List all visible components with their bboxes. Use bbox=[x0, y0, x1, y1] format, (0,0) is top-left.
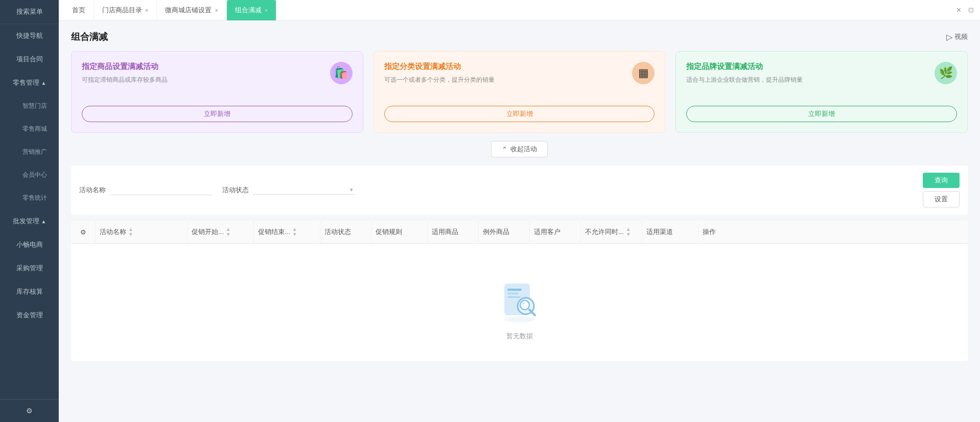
minimize-button[interactable]: ✕ bbox=[954, 6, 963, 14]
svg-point-8 bbox=[522, 302, 524, 305]
card-category: 指定分类设置满减活动 可选一个或者多个分类，提升分类的销量 ▦ 立即新增 bbox=[374, 51, 666, 133]
tab-close-icon[interactable]: × bbox=[145, 0, 148, 20]
filter-buttons: 查询 设置 bbox=[923, 173, 960, 207]
svg-rect-3 bbox=[507, 293, 519, 294]
activity-name-field: 活动名称 bbox=[79, 185, 212, 195]
th-name[interactable]: 活动名称▲▼ bbox=[96, 221, 188, 243]
cards-row: 指定商品设置满减活动 可指定滞销商品或库存较多商品 🛍️ 立即新增 指定分类设置… bbox=[71, 51, 968, 133]
collapse-label: 收起活动 bbox=[510, 145, 537, 154]
chevron-down-icon: ▾ bbox=[350, 186, 353, 193]
play-icon: ▷ bbox=[946, 32, 952, 42]
video-label: 视频 bbox=[954, 32, 968, 41]
th-customer: 适用客户 bbox=[530, 221, 581, 243]
sidebar-item-project-contract[interactable]: 项目合同 bbox=[0, 48, 59, 71]
sidebar-item-retail-stats[interactable]: 零售统计 bbox=[0, 186, 59, 209]
sidebar-item-label: 库存核算 bbox=[16, 288, 43, 295]
activity-name-label: 活动名称 bbox=[79, 185, 106, 195]
sidebar-item-wholesale-mgmt[interactable]: 批发管理▲ bbox=[0, 209, 59, 233]
tab-close-icon[interactable]: × bbox=[215, 0, 218, 20]
page-title: 组合满减 bbox=[71, 31, 108, 43]
tab-label: 门店商品目录 bbox=[102, 0, 142, 20]
sort-icon: ▲▼ bbox=[626, 227, 631, 237]
svg-rect-2 bbox=[507, 289, 522, 291]
sidebar-item-label: 零售商城 bbox=[22, 125, 47, 132]
sidebar-item-label: 零售统计 bbox=[22, 194, 47, 201]
maximize-button[interactable]: ⊡ bbox=[967, 6, 975, 14]
activity-status-select[interactable]: ▾ bbox=[253, 185, 355, 195]
card-add-button[interactable]: 立即新增 bbox=[82, 106, 353, 122]
tabs-bar: 首页门店商品目录×微商城店铺设置×组合满减× ✕ ⊡ bbox=[59, 0, 980, 20]
tab-label: 组合满减 bbox=[235, 0, 262, 20]
collapse-button[interactable]: ⌃ 收起活动 bbox=[491, 141, 548, 157]
sidebar-item-xchang-ec[interactable]: 小畅电商 bbox=[0, 233, 59, 256]
tab-close-icon[interactable]: × bbox=[265, 0, 268, 20]
sidebar-item-mktg-promo[interactable]: 营销推广 bbox=[0, 140, 59, 163]
content-area: 组合满减 ▷ 视频 指定商品设置满减活动 可指定滞销商品或库存较多商品 🛍️ 立… bbox=[59, 20, 980, 422]
card-add-button[interactable]: 立即新增 bbox=[686, 106, 957, 122]
card-icon: 🛍️ bbox=[330, 62, 353, 84]
sidebar-item-retail-mall[interactable]: 零售商城 bbox=[0, 118, 59, 140]
chevron-up-icon: ▲ bbox=[41, 80, 46, 86]
sidebar-search[interactable]: 搜索菜单 bbox=[0, 0, 59, 24]
tab-label: 首页 bbox=[72, 0, 85, 20]
sidebar-item-label: 会员中心 bbox=[22, 171, 47, 178]
tab-combo-discount[interactable]: 组合满减× bbox=[227, 0, 276, 20]
settings-icon: ⚙ bbox=[26, 407, 33, 415]
activity-status-label: 活动状态 bbox=[222, 185, 249, 195]
sidebar-item-quick-nav[interactable]: 快捷导航 bbox=[0, 24, 59, 48]
sidebar-item-label: 营销推广 bbox=[22, 148, 47, 155]
video-link[interactable]: ▷ 视频 bbox=[946, 32, 968, 42]
tab-label: 微商城店铺设置 bbox=[165, 0, 212, 20]
setting-button[interactable]: 设置 bbox=[923, 191, 960, 207]
sidebar-item-label: 采购管理 bbox=[16, 264, 43, 272]
sidebar-item-label: 项目合同 bbox=[16, 55, 43, 63]
card-desc: 可选一个或者多个分类，提升分类的销量 bbox=[384, 76, 655, 84]
card-add-button[interactable]: 立即新增 bbox=[384, 106, 655, 122]
card-desc: 可指定滞销商品或库存较多商品 bbox=[82, 76, 353, 84]
data-table: ⚙活动名称▲▼促销开始...▲▼促销结束...▲▼活动状态促销规则适用商品例外商… bbox=[71, 221, 968, 361]
window-controls: ✕ ⊡ bbox=[954, 6, 975, 14]
card-product: 指定商品设置满减活动 可指定滞销商品或库存较多商品 🛍️ 立即新增 bbox=[71, 51, 363, 133]
filter-row: 活动名称 活动状态 ▾ 查询 设置 bbox=[71, 166, 968, 215]
card-title: 指定分类设置满减活动 bbox=[384, 62, 655, 72]
tab-home[interactable]: 首页 bbox=[64, 0, 94, 20]
sidebar-item-inventory[interactable]: 库存核算 bbox=[0, 280, 59, 303]
sidebar-item-label: 智慧门店 bbox=[22, 102, 47, 109]
card-brand: 指定品牌设置满减活动 适合与上游企业联合做营销，提升品牌销量 🌿 立即新增 bbox=[675, 51, 968, 133]
sidebar-item-retail-mgmt[interactable]: 零售管理▲ bbox=[0, 71, 59, 95]
card-icon: 🌿 bbox=[935, 62, 957, 84]
th-nodup[interactable]: 不允许同时...▲▼ bbox=[581, 221, 642, 243]
sidebar-item-finance-mgmt[interactable]: 资金管理 bbox=[0, 303, 59, 327]
th-gear: ⚙ bbox=[71, 222, 96, 242]
sidebar-item-label: 小畅电商 bbox=[16, 241, 43, 248]
main-area: 首页门店商品目录×微商城店铺设置×组合满减× ✕ ⊡ 组合满减 ▷ 视频 指定商… bbox=[59, 0, 980, 422]
collapse-bar: ⌃ 收起活动 bbox=[71, 141, 968, 157]
sidebar-item-label: 零售管理 bbox=[13, 78, 39, 87]
query-button[interactable]: 查询 bbox=[923, 173, 960, 188]
sidebar: 搜索菜单 快捷导航项目合同零售管理▲智慧门店零售商城营销推广会员中心零售统计批发… bbox=[0, 0, 59, 422]
tab-wechat-store[interactable]: 微商城店铺设置× bbox=[157, 0, 226, 20]
tab-store-catalog[interactable]: 门店商品目录× bbox=[94, 0, 157, 20]
sidebar-item-label: 批发管理 bbox=[13, 217, 39, 226]
activity-status-field: 活动状态 ▾ bbox=[222, 185, 355, 195]
sidebar-item-label: 快捷导航 bbox=[16, 32, 43, 39]
collapse-icon: ⌃ bbox=[502, 146, 507, 153]
th-except: 例外商品 bbox=[479, 221, 530, 243]
th-channel: 适用渠道 bbox=[642, 221, 698, 243]
th-start[interactable]: 促销开始...▲▼ bbox=[188, 221, 254, 243]
sidebar-settings[interactable]: ⚙ bbox=[0, 399, 59, 422]
card-desc: 适合与上游企业联合做营销，提升品牌销量 bbox=[686, 76, 957, 84]
th-end[interactable]: 促销结束...▲▼ bbox=[254, 221, 320, 243]
empty-state: 暂无数据 bbox=[71, 244, 968, 361]
sidebar-item-smart-store[interactable]: 智慧门店 bbox=[0, 95, 59, 118]
sidebar-item-purchase-mgmt[interactable]: 采购管理 bbox=[0, 256, 59, 280]
sidebar-item-label: 资金管理 bbox=[16, 311, 43, 319]
sort-icon: ▲▼ bbox=[292, 227, 297, 237]
card-title: 指定商品设置满减活动 bbox=[82, 62, 353, 72]
sort-icon: ▲▼ bbox=[226, 227, 231, 237]
empty-illustration bbox=[494, 274, 545, 325]
svg-point-6 bbox=[520, 300, 529, 310]
page-header: 组合满减 ▷ 视频 bbox=[71, 31, 968, 43]
sidebar-item-member-center[interactable]: 会员中心 bbox=[0, 163, 59, 186]
activity-name-input[interactable] bbox=[110, 185, 212, 195]
